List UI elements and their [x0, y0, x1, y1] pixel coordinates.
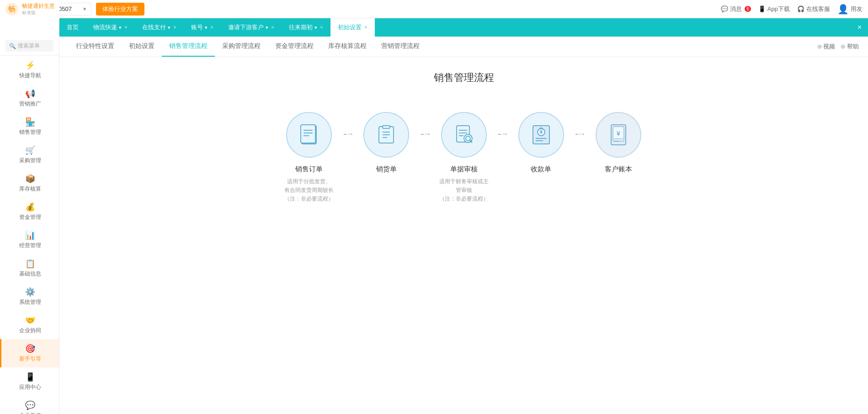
nav-tab-home[interactable]: 首页 — [59, 18, 86, 37]
online-service-button[interactable]: 🎧 在线客服 — [797, 5, 830, 13]
close-icon[interactable]: × — [271, 24, 274, 31]
step-circle-audit[interactable] — [441, 112, 487, 158]
sidebar-item-label: 快捷导航 — [19, 72, 41, 80]
step-circle-sales-order[interactable] — [286, 112, 332, 158]
sub-tab-label: 资金管理流程 — [275, 42, 314, 49]
close-icon[interactable]: × — [173, 24, 176, 31]
chevron-down-icon: ▾ — [266, 25, 268, 31]
handshake-icon: 🤝 — [25, 315, 35, 325]
mobile-icon: 📱 — [25, 372, 35, 382]
sidebar-item-sales[interactable]: 🏪 销售管理 — [0, 112, 59, 141]
close-icon[interactable]: × — [320, 24, 323, 31]
sub-tab-label: 采购管理流程 — [222, 42, 261, 49]
top-bar: 畅 畅捷通好生意 标准版 用户690企业1660120507 ▾ 体验行业方案 … — [0, 0, 868, 18]
sub-tab-industry[interactable]: 行业特性设置 — [69, 37, 122, 57]
nav-tab-payment[interactable]: 在线支付 ▾ × — [135, 18, 184, 37]
nav-tab-invite[interactable]: 邀请下游客户 ▾ × — [221, 18, 282, 37]
delivery-icon — [374, 123, 398, 147]
message-button[interactable]: 💬 消息 6 — [721, 5, 751, 13]
sub-tab-label: 初始设置 — [129, 42, 154, 49]
lightning-icon: ⚡ — [25, 60, 35, 70]
help-link[interactable]: ⊙ 帮助 — [841, 42, 859, 51]
sub-tab-purchase-flow[interactable]: 采购管理流程 — [215, 37, 268, 57]
flow-content: 销售管理流程 销售订单 适用于分批发货 — [59, 57, 868, 218]
flow-step-audit: 单据审核 适用于财务审核或主 管审核 （注：非必要流程） — [427, 112, 501, 204]
step-desc-sales-order: 适用于分批发货、 有合同发货周期较长 （注：非必要流程） — [284, 177, 334, 204]
chevron-down-icon: ▾ — [119, 25, 122, 31]
chart-icon: 📊 — [25, 230, 35, 240]
sidebar-item-label: 基础信息 — [19, 270, 41, 278]
nav-tab-label: 往来期初 — [289, 23, 313, 32]
sub-tab-init[interactable]: 初始设置 — [122, 37, 162, 57]
sidebar-item-operations[interactable]: 📊 经营管理 — [0, 226, 59, 254]
logo-area: 畅 畅捷通好生意 标准版 — [0, 0, 59, 18]
step-name-receipt: 收款单 — [531, 165, 551, 174]
sidebar-item-newbie[interactable]: 🎯 新手引导 — [0, 339, 59, 367]
sidebar-item-inventory[interactable]: 📦 库存核算 — [0, 169, 59, 197]
sidebar-item-label: 营销推广 — [19, 100, 41, 108]
avatar-icon: 👤 — [837, 4, 849, 15]
svg-text:¥: ¥ — [616, 130, 620, 137]
main-content: 行业特性设置 初始设置 销售管理流程 采购管理流程 资金管理流程 库存核算流程 … — [59, 37, 868, 414]
user-avatar[interactable]: 👤 用友 — [837, 4, 863, 15]
nav-tab-logistics[interactable]: 物流快递 ▾ × — [86, 18, 135, 37]
nav-tab-account[interactable]: 账号 ▾ × — [184, 18, 221, 37]
sidebar-search-button[interactable]: 🔍 搜索菜单 — [5, 40, 53, 52]
chevron-down-icon: ▾ — [83, 5, 86, 12]
sub-tab-label: 销售管理流程 — [169, 42, 208, 49]
close-all-tabs[interactable]: × — [851, 23, 868, 32]
step-name-ledger: 客户账本 — [605, 165, 632, 174]
trial-button[interactable]: 体验行业方案 — [96, 3, 144, 16]
svg-text:¥: ¥ — [539, 129, 543, 135]
app-download-button[interactable]: 📱 App下载 — [758, 5, 790, 13]
sidebar-item-finance[interactable]: 💰 资金管理 — [0, 197, 59, 226]
box-icon: 📦 — [25, 174, 35, 184]
sidebar-item-enterprise-wechat[interactable]: 💬 企业微信 — [0, 396, 59, 414]
step-name-sales-order: 销售订单 — [295, 165, 323, 174]
step-circle-ledger[interactable]: ¥ — [596, 112, 641, 158]
sub-tab-label: 营销管理流程 — [381, 42, 420, 49]
sidebar-item-label: 新手引导 — [19, 355, 41, 363]
sidebar-item-basic-info[interactable]: 📋 基础信息 — [0, 254, 59, 282]
nav-tab-period[interactable]: 往来期初 ▾ × — [282, 18, 330, 37]
video-link[interactable]: ⊙ 视频 — [817, 42, 836, 51]
sub-tab-finance-flow[interactable]: 资金管理流程 — [268, 37, 321, 57]
sidebar-item-label: 资金管理 — [19, 213, 41, 221]
sales-order-icon — [297, 123, 321, 147]
sidebar-item-system[interactable]: ⚙️ 系统管理 — [0, 282, 59, 311]
nav-tab-init-settings[interactable]: 初始设置 × — [330, 18, 375, 37]
flow-step-receipt: ¥ 收款单 — [505, 112, 578, 177]
sidebar-item-label: 应用中心 — [19, 383, 41, 391]
close-icon[interactable]: × — [124, 24, 128, 31]
svg-rect-6 — [301, 125, 315, 143]
megaphone-icon: 📢 — [25, 89, 35, 99]
sidebar-item-app-center[interactable]: 📱 应用中心 — [0, 367, 59, 396]
sub-tab-inventory-flow[interactable]: 库存核算流程 — [321, 37, 374, 57]
flow-steps: 销售订单 适用于分批发货、 有合同发货周期较长 （注：非必要流程） ···→ — [78, 112, 850, 204]
search-label: 搜索菜单 — [18, 42, 40, 50]
sub-tab-marketing-flow[interactable]: 营销管理流程 — [374, 37, 427, 57]
money-icon: 💰 — [25, 202, 35, 212]
nav-tab-label: 初始设置 — [338, 23, 362, 32]
close-icon[interactable]: × — [210, 24, 213, 31]
shop-icon: 🏪 — [25, 117, 35, 127]
flow-step-delivery: 销货单 — [350, 112, 423, 177]
sidebar-item-enterprise[interactable]: 🤝 企业协同 — [0, 311, 59, 339]
step-name-audit: 单据审核 — [450, 165, 478, 174]
close-icon[interactable]: × — [364, 24, 367, 31]
step-circle-delivery[interactable] — [363, 112, 409, 158]
audit-icon — [452, 123, 476, 147]
flow-step-sales-order: 销售订单 适用于分批发货、 有合同发货周期较长 （注：非必要流程） — [272, 112, 346, 204]
search-icon: 🔍 — [9, 43, 16, 49]
sidebar-item-purchase[interactable]: 🛒 采购管理 — [0, 141, 59, 169]
message-label: 消息 — [730, 5, 742, 13]
sidebar-item-marketing[interactable]: 📢 营销推广 — [0, 84, 59, 112]
nav-tab-label: 物流快递 — [93, 23, 117, 32]
headset-icon: 🎧 — [797, 5, 804, 12]
chevron-down-icon: ▾ — [314, 25, 317, 31]
online-service-label: 在线客服 — [806, 5, 830, 13]
sub-tab-sales-flow[interactable]: 销售管理流程 — [162, 37, 215, 57]
cart-icon: 🛒 — [25, 145, 35, 155]
step-circle-receipt[interactable]: ¥ — [518, 112, 564, 158]
sidebar-item-quick-nav[interactable]: ⚡ 快捷导航 — [0, 56, 59, 84]
